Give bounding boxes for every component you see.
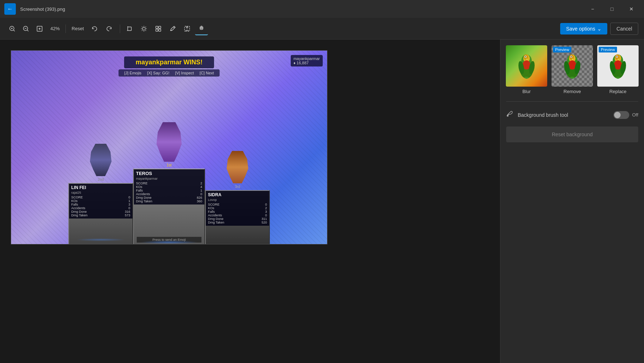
brush-tool-label: Background brush tool [518, 112, 609, 118]
reset-background-button[interactable]: Reset background [506, 127, 638, 142]
zoom-out-button[interactable] [19, 22, 32, 35]
canvas-area: mayankparmar WINS! [J] Emojis [X] Say: G… [0, 40, 500, 363]
svg-point-57 [616, 56, 617, 57]
main-area: mayankparmar WINS! [J] Emojis [X] Say: G… [0, 40, 644, 363]
replace-preview-badge: Preview [599, 47, 617, 52]
svg-line-21 [145, 27, 146, 27]
panel-divider [506, 101, 638, 102]
toggle-state-label: Off [632, 112, 638, 118]
zoom-in-button[interactable] [6, 22, 19, 35]
brightness-button[interactable] [137, 22, 150, 35]
podium-2nd: 2nd LIN FEI rajat25 SCORE0 KOs1 Falls3 A… [68, 144, 133, 244]
zoom-fit-button[interactable] [33, 22, 46, 35]
podium-1st: 1st TEROS mayankparmar SCORE2 KOs4 Falls… [133, 122, 205, 244]
brush-icon [506, 110, 513, 119]
toggle-thumb [614, 112, 621, 118]
game-btn-emojis: [J] Emojis [124, 71, 141, 75]
svg-point-39 [525, 56, 526, 57]
svg-rect-30 [185, 26, 190, 31]
game-user-info: mayankparmar ♦ 16,887 [291, 55, 323, 66]
game-btn-next: [C] Next [200, 71, 214, 75]
save-options-button[interactable]: Save options ⌄ [560, 23, 607, 35]
gesture-button[interactable] [195, 22, 208, 35]
save-options-chevron-icon: ⌄ [597, 26, 602, 32]
redo-button[interactable] [103, 22, 115, 35]
back-button[interactable]: ← [4, 3, 16, 15]
game-username: mayankparmar [294, 56, 320, 61]
bg-blur-label: Blur [522, 89, 531, 94]
bg-option-blur[interactable]: Blur [506, 45, 547, 94]
toolbar-divider-2 [120, 24, 120, 33]
podium-3rd: 3rd SIDRA Lovop SCORE0 KOs2 Falls3 Accid… [205, 151, 270, 244]
window-controls: − □ ✕ [584, 3, 640, 15]
close-button[interactable]: ✕ [623, 3, 640, 15]
zoom-controls [6, 22, 46, 35]
zoom-level: 42% [47, 26, 63, 31]
bg-remove-label: Remove [563, 89, 581, 94]
game-btn-say: [X] Say: GG! [147, 71, 169, 75]
game-action-bar: [J] Emojis [X] Say: GG! [V] Inspect [C] … [118, 69, 219, 77]
svg-line-22 [142, 30, 142, 31]
draw-button[interactable] [166, 22, 179, 35]
image-canvas[interactable]: mayankparmar WINS! [J] Emojis [X] Say: G… [11, 50, 327, 244]
bg-replace-label: Replace [609, 89, 627, 94]
svg-line-6 [27, 30, 29, 31]
bg-option-remove[interactable]: Preview Remove [552, 45, 593, 94]
reset-button[interactable]: Reset [69, 24, 87, 33]
toolbar-right-actions: Save options ⌄ Cancel [560, 23, 638, 35]
svg-rect-25 [156, 29, 158, 31]
bg-remove-thumbnail: Preview [552, 45, 593, 87]
podium-area: 2nd LIN FEI rajat25 SCORE0 KOs1 Falls3 A… [43, 122, 295, 244]
svg-line-3 [14, 30, 15, 31]
svg-point-14 [142, 27, 145, 30]
brush-tool-toggle[interactable]: Off [613, 111, 638, 119]
bg-replace-thumbnail: Preview [597, 45, 639, 87]
svg-point-29 [186, 27, 188, 28]
svg-point-58 [507, 115, 509, 117]
bg-option-replace[interactable]: Preview Replace [597, 45, 639, 94]
svg-line-19 [142, 27, 142, 27]
svg-point-48 [571, 56, 572, 57]
save-options-label: Save options [566, 26, 595, 32]
toggle-track[interactable] [613, 111, 629, 119]
svg-rect-24 [159, 26, 161, 28]
effects-button[interactable] [152, 22, 165, 35]
window-title: Screenshot (393).png [20, 6, 65, 12]
cancel-button[interactable]: Cancel [610, 23, 638, 35]
remove-preview-badge: Preview [553, 47, 571, 52]
undo-button[interactable] [88, 22, 101, 35]
game-btn-inspect: [V] Inspect [175, 71, 194, 75]
titlebar: ← Screenshot (393).png − □ ✕ [0, 0, 644, 18]
bg-blur-thumbnail [506, 45, 547, 87]
svg-rect-26 [159, 29, 161, 31]
maximize-button[interactable]: □ [604, 3, 620, 15]
svg-line-27 [173, 27, 174, 28]
background-remove-button[interactable] [181, 22, 194, 35]
svg-rect-23 [156, 26, 158, 28]
game-winner-text: mayankparmar WINS! [124, 56, 214, 68]
right-panel: Blur [500, 40, 644, 363]
svg-line-20 [145, 30, 146, 31]
toolbar: 42% Reset [0, 18, 644, 40]
minimize-button[interactable]: − [584, 3, 601, 15]
brush-tool-row: Background brush tool Off [506, 109, 638, 121]
crop-button[interactable] [123, 22, 136, 35]
toolbar-divider [65, 24, 66, 33]
game-coins: ♦ 16,887 [294, 61, 320, 65]
background-options: Blur [506, 45, 638, 94]
